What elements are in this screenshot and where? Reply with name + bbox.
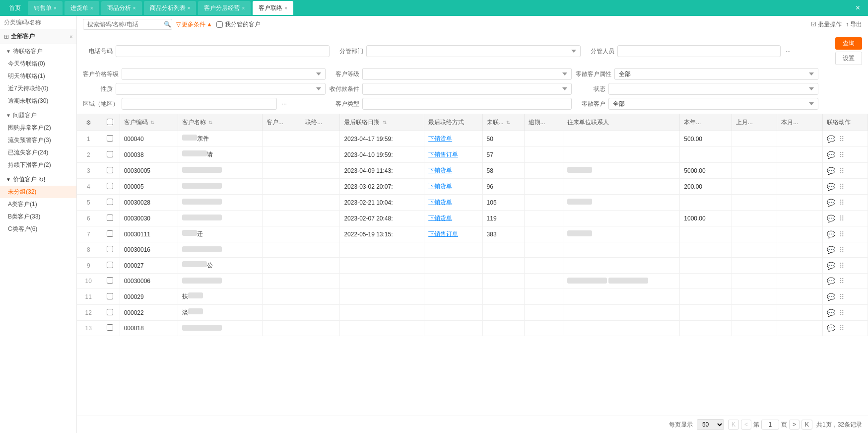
row-checkbox[interactable]: [107, 277, 113, 284]
row-checkbox[interactable]: [107, 293, 113, 299]
more-action-icon[interactable]: ⠿: [839, 215, 844, 222]
message-icon[interactable]: 💬: [827, 262, 835, 270]
tab-purchase-order[interactable]: 进货单 ×: [65, 1, 99, 15]
last-method-link[interactable]: 下销货单: [428, 167, 452, 174]
row-checkbox[interactable]: [107, 309, 113, 315]
row-checkbox[interactable]: [107, 151, 113, 157]
sidebar-item-churn-warning[interactable]: 流失预警客户(3): [0, 134, 76, 146]
row-checkbox[interactable]: [107, 246, 113, 252]
more-action-icon[interactable]: ⠿: [839, 135, 844, 143]
status-select[interactable]: [608, 83, 818, 95]
row-checkbox-cell[interactable]: [100, 147, 120, 163]
row-checkbox-cell[interactable]: [100, 163, 120, 179]
message-icon[interactable]: 💬: [827, 135, 835, 143]
row-checkbox[interactable]: [107, 262, 113, 268]
more-action-icon[interactable]: ⠿: [839, 151, 844, 159]
sidebar-item-class-b[interactable]: B类客户(33): [0, 211, 76, 223]
col-header-check[interactable]: [100, 114, 120, 131]
last-method-link[interactable]: 下销货单: [428, 215, 452, 221]
more-conditions-btn[interactable]: ▽ 更多条件 ▲: [176, 20, 212, 29]
sidebar-item-class-a[interactable]: A类客户(1): [0, 198, 76, 211]
row-checkbox[interactable]: [107, 230, 113, 237]
close-product-list-icon[interactable]: ×: [188, 5, 191, 11]
page-number-input[interactable]: [761, 420, 779, 430]
query-button[interactable]: 查询: [835, 37, 862, 50]
cust-type-input[interactable]: [362, 98, 572, 110]
message-icon[interactable]: 💬: [827, 199, 835, 207]
col-header-settings[interactable]: ⚙: [77, 114, 100, 131]
sidebar-item-tomorrow[interactable]: 明天待联络(1): [0, 70, 76, 82]
refresh-icon[interactable]: ↻: [39, 176, 44, 183]
row-checkbox[interactable]: [107, 135, 113, 142]
message-icon[interactable]: 💬: [827, 230, 835, 238]
row-checkbox[interactable]: [107, 324, 113, 331]
person-input[interactable]: [617, 45, 781, 57]
close-product-analysis-icon[interactable]: ×: [133, 5, 136, 11]
tab-customer-contact[interactable]: 客户联络 ×: [253, 1, 293, 15]
customer-level-select[interactable]: [362, 68, 572, 80]
col-header-code[interactable]: 客户编码 ⇅: [120, 114, 178, 131]
region-input[interactable]: [122, 98, 277, 110]
select-all-checkbox[interactable]: [107, 119, 113, 125]
more-action-icon[interactable]: ⠿: [839, 183, 844, 191]
sidebar-item-unclassified[interactable]: 未分组(32): [0, 186, 76, 198]
next-page-btn[interactable]: >: [789, 420, 800, 430]
export-btn[interactable]: ↑ 导出: [846, 20, 862, 29]
row-checkbox-cell[interactable]: [100, 226, 120, 242]
sidebar-item-churned[interactable]: 已流失客户(24): [0, 146, 76, 159]
batch-ops-btn[interactable]: ☑ 批量操作: [811, 20, 842, 29]
message-icon[interactable]: 💬: [827, 215, 835, 222]
more-action-icon[interactable]: ⠿: [839, 230, 844, 238]
sidebar-item-today[interactable]: 今天待联络(0): [0, 58, 76, 70]
col-header-name[interactable]: 客户名称 ⇅: [178, 114, 263, 131]
more-action-icon[interactable]: ⠿: [839, 293, 844, 301]
row-checkbox-cell[interactable]: [100, 242, 120, 258]
tab-product-analysis-list[interactable]: 商品分析列表 ×: [144, 1, 197, 15]
search-icon[interactable]: 🔍: [164, 21, 171, 28]
region-dots-icon[interactable]: ···: [280, 100, 289, 107]
more-action-icon[interactable]: ⠿: [839, 167, 844, 175]
sidebar-item-7days[interactable]: 近7天待联络(0): [0, 82, 76, 95]
person-dots-icon[interactable]: ···: [784, 48, 793, 55]
row-checkbox[interactable]: [107, 167, 113, 173]
last-method-link[interactable]: 下销售订单: [428, 230, 458, 237]
sidebar-item-hoarding[interactable]: 囤购异常客户(2): [0, 122, 76, 134]
nature-select[interactable]: [116, 83, 326, 95]
row-checkbox-cell[interactable]: [100, 289, 120, 305]
close-sales-order-icon[interactable]: ×: [54, 5, 57, 11]
my-customers-checkbox-label[interactable]: 我分管的客户: [216, 20, 261, 29]
row-checkbox-cell[interactable]: [100, 195, 120, 211]
row-checkbox-cell[interactable]: [100, 131, 120, 147]
tab-customer-segment[interactable]: 客户分层经营 ×: [198, 1, 251, 15]
problem-customers-header[interactable]: ▼ 问题客户: [0, 109, 76, 122]
last-method-link[interactable]: 下销货单: [428, 135, 452, 142]
close-segment-icon[interactable]: ×: [242, 5, 245, 11]
window-close-button[interactable]: ×: [852, 3, 864, 12]
dept-select[interactable]: [366, 45, 580, 57]
message-icon[interactable]: 💬: [827, 309, 835, 317]
more-action-icon[interactable]: ⠿: [839, 262, 844, 270]
row-checkbox[interactable]: [107, 183, 113, 189]
search-input[interactable]: [87, 21, 162, 28]
last-page-btn[interactable]: K: [801, 420, 812, 430]
row-checkbox-cell[interactable]: [100, 274, 120, 289]
more-action-icon[interactable]: ⠿: [839, 246, 844, 254]
prev-page-btn[interactable]: <: [741, 420, 751, 430]
more-action-icon[interactable]: ⠿: [839, 199, 844, 207]
close-contact-icon[interactable]: ×: [284, 5, 287, 11]
pending-contact-header[interactable]: ▼ 待联络客户: [0, 45, 76, 58]
phone-input[interactable]: [116, 45, 330, 57]
col-header-uncontact[interactable]: 未联... ⇅: [482, 114, 524, 131]
sidebar-item-class-c[interactable]: C类客户(6): [0, 223, 76, 235]
row-checkbox-cell[interactable]: [100, 258, 120, 274]
row-checkbox-cell[interactable]: [100, 179, 120, 195]
reset-button[interactable]: 设置: [835, 52, 862, 65]
sidebar-item-overdue[interactable]: 逾期未联络(30): [0, 95, 76, 107]
first-page-btn[interactable]: K: [728, 420, 739, 430]
sidebar-collapse-icon[interactable]: «: [69, 34, 72, 39]
message-icon[interactable]: 💬: [827, 151, 835, 159]
tab-product-analysis[interactable]: 商品分析 ×: [101, 1, 142, 15]
per-page-select[interactable]: 50 100 200: [697, 419, 724, 430]
sidebar-search-input[interactable]: [4, 19, 77, 26]
message-icon[interactable]: 💬: [827, 277, 835, 285]
